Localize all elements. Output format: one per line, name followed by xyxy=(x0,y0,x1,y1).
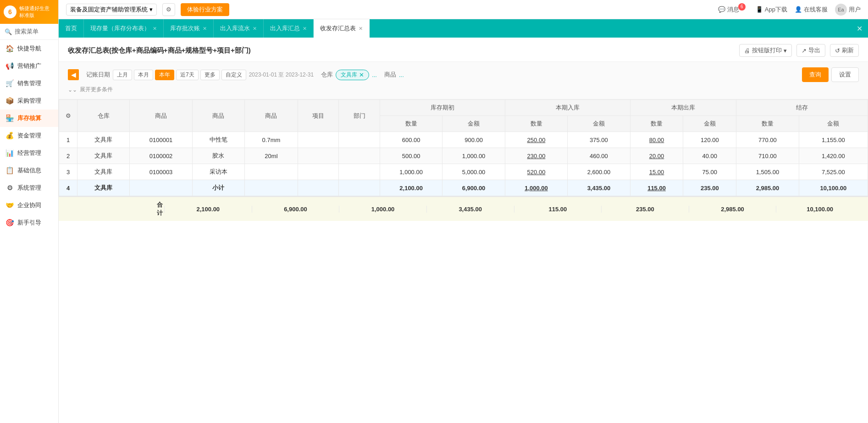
filter-collapse-button[interactable]: ◀ xyxy=(68,69,79,80)
sidebar-item-operation[interactable]: 📊 经营管理 xyxy=(0,144,58,162)
cell-opening-qty: 1,000.00 xyxy=(380,164,442,180)
finance-icon: 💰 xyxy=(6,132,14,140)
sidebar-item-purchase[interactable]: 📦 采购管理 xyxy=(0,92,58,110)
tab-home[interactable]: 首页 xyxy=(59,19,84,38)
refresh-button[interactable]: ↺ 刷新 xyxy=(830,44,859,57)
home-icon: 🏠 xyxy=(6,44,14,53)
cell-name: 中性笔 xyxy=(192,132,244,148)
date-btn-more[interactable]: 更多 xyxy=(200,70,220,80)
cell-in-qty-link[interactable]: 250.00 xyxy=(527,137,546,143)
date-btn-last-month[interactable]: 上月 xyxy=(113,70,132,80)
tab-batch[interactable]: 库存批次账 ✕ xyxy=(164,19,214,38)
online-service-button[interactable]: 👤 在线客服 xyxy=(795,5,828,14)
purchase-icon: 📦 xyxy=(6,97,14,105)
system-icon: ⚙ xyxy=(6,184,14,192)
cell-in-qty: 520.00 xyxy=(505,164,567,180)
col-in-group: 本期入库 xyxy=(505,100,630,116)
app-download-button[interactable]: 📱 App下载 xyxy=(756,5,787,14)
tab-close-inout-summary[interactable]: ✕ xyxy=(303,26,307,32)
sidebar-item-inventory[interactable]: 🏪 库存核算 xyxy=(0,110,58,127)
cell-in-qty-link[interactable]: 1,000.00 xyxy=(525,185,548,192)
cell-in-amt: 460.00 xyxy=(568,148,630,164)
search-icon: 🔍 xyxy=(5,28,12,35)
avatar: Ea xyxy=(835,4,847,16)
tab-inout-summary[interactable]: 出入库汇总 ✕ xyxy=(264,19,314,38)
date-btn-this-year[interactable]: 本年 xyxy=(155,70,174,80)
cell-out-qty-link[interactable]: 20.00 xyxy=(649,153,664,159)
col-balance-group: 结存 xyxy=(736,100,868,116)
cell-out-qty-link[interactable]: 115.00 xyxy=(647,185,666,192)
table-container: ⚙ 仓库 商品 商品 商品 项目 部门 库存期初 本期入库 本期出库 结存 xyxy=(59,99,868,196)
warehouse-tag-close[interactable]: ✕ xyxy=(359,71,364,78)
table-settings-header[interactable]: ⚙ xyxy=(59,100,77,132)
cell-opening-amt: 6,900.00 xyxy=(442,180,505,196)
footer-opening-amt: 6,900.00 xyxy=(252,206,339,213)
table-row: 3文具库0100003采访本1,000.005,000.00520.002,60… xyxy=(59,164,868,180)
cell-out-qty-link[interactable]: 80.00 xyxy=(649,137,664,143)
export-button[interactable]: ↗ 导出 xyxy=(796,44,825,57)
tab-close-batch[interactable]: ✕ xyxy=(203,26,207,32)
query-button[interactable]: 查询 xyxy=(802,67,829,82)
cell-out-amt: 120.00 xyxy=(683,132,736,148)
header-right: 💬 消息 6 📱 App下载 👤 在线客服 Ea 用户 xyxy=(718,4,861,16)
tab-close-inout-flow[interactable]: ✕ xyxy=(253,26,257,32)
user-menu[interactable]: Ea 用户 xyxy=(835,4,861,16)
sidebar-item-newbie[interactable]: 🎯 新手引导 xyxy=(0,214,58,231)
marketing-icon: 📢 xyxy=(6,62,14,70)
cell-project xyxy=(298,132,339,148)
sidebar-item-marketing[interactable]: 📢 营销推广 xyxy=(0,57,58,75)
tab-stock-dist[interactable]: 现存量（库存分布表） ✕ xyxy=(84,19,164,38)
chevron-down-icon: ▾ xyxy=(784,47,787,54)
cell-project xyxy=(298,164,339,180)
cell-out-amt: 235.00 xyxy=(683,180,736,196)
message-button[interactable]: 💬 消息 6 xyxy=(718,5,748,14)
cell-in-qty: 1,000.00 xyxy=(505,180,567,196)
tab-inout-flow[interactable]: 出入库流水 ✕ xyxy=(214,19,264,38)
tab-bar-close-all[interactable]: ✕ xyxy=(851,24,868,33)
sidebar-item-system[interactable]: ⚙ 系统管理 xyxy=(0,179,58,197)
cell-in-qty-link[interactable]: 520.00 xyxy=(527,169,546,176)
cell-opening-amt: 900.00 xyxy=(442,132,505,148)
content-area: 收发存汇总表(按仓库+商品编码+商品+规格型号+项目+部门) 🖨 按钮版打印 ▾… xyxy=(59,38,868,423)
cell-opening-amt: 1,000.00 xyxy=(442,148,505,164)
footer-values: 2,100.00 6,900.00 1,000.00 3,435.00 115.… xyxy=(164,206,863,213)
date-btn-custom[interactable]: 自定义 xyxy=(221,70,246,80)
footer-in-qty: 1,000.00 xyxy=(339,206,426,213)
settings-button[interactable]: ⚙ xyxy=(162,3,175,16)
warehouse-filter-group: 仓库 文具库 ✕ ... xyxy=(321,70,377,80)
cell-opening-qty: 500.00 xyxy=(380,148,442,164)
cell-code: 0100002 xyxy=(130,148,192,164)
date-btn-this-month[interactable]: 本月 xyxy=(134,70,153,80)
sidebar-search[interactable]: 🔍 搜索菜单 xyxy=(0,24,58,40)
cell-warehouse: 文具库 xyxy=(77,132,130,148)
print-button[interactable]: 🖨 按钮版打印 ▾ xyxy=(739,44,792,57)
table-row: 4文具库小计2,100.006,900.001,000.003,435.0011… xyxy=(59,180,868,196)
trial-button[interactable]: 体验行业方案 xyxy=(181,3,229,16)
tab-collect-summary[interactable]: 收发存汇总表 ✕ xyxy=(314,19,370,38)
col-in-amt: 金额 xyxy=(568,116,630,132)
expand-more-row[interactable]: ⌄⌄ 展开更多条件 xyxy=(68,86,859,93)
setting-button[interactable]: 设置 xyxy=(831,67,859,82)
goods-more-btn[interactable]: ... xyxy=(399,71,404,78)
page-container: 收发存汇总表(按仓库+商品编码+商品+规格型号+项目+部门) 🖨 按钮版打印 ▾… xyxy=(59,38,868,221)
date-btn-7days[interactable]: 近7天 xyxy=(176,70,199,80)
tab-close-stock-dist[interactable]: ✕ xyxy=(153,26,157,32)
main-area: 装备及固定资产辅助管理系统 ▾ ⚙ 体验行业方案 💬 消息 6 📱 App下载 … xyxy=(59,0,868,423)
page-actions: 🖨 按钮版打印 ▾ ↗ 导出 ↺ 刷新 xyxy=(739,44,859,57)
chevron-down-icon: ▾ xyxy=(149,6,153,13)
sidebar-item-sales[interactable]: 🛒 销售管理 xyxy=(0,75,58,92)
sidebar-item-basic[interactable]: 📋 基础信息 xyxy=(0,162,58,179)
col-out-amt: 金额 xyxy=(683,116,736,132)
cell-index: 2 xyxy=(59,148,77,164)
tab-close-collect-summary[interactable]: ✕ xyxy=(359,26,363,32)
col-out-qty: 数量 xyxy=(630,116,683,132)
expand-label: 展开更多条件 xyxy=(80,86,113,93)
cell-out-qty-link[interactable]: 15.00 xyxy=(649,169,664,176)
sidebar-item-quick-nav[interactable]: 🏠 快捷导航 xyxy=(0,40,58,57)
cell-in-qty-link[interactable]: 230.00 xyxy=(527,153,546,159)
warehouse-more-btn[interactable]: ... xyxy=(372,71,377,78)
sidebar-item-enterprise[interactable]: 🤝 企业协同 xyxy=(0,197,58,214)
cell-in-amt: 3,435.00 xyxy=(568,180,630,196)
sidebar-item-finance[interactable]: 💰 资金管理 xyxy=(0,127,58,144)
system-select[interactable]: 装备及固定资产辅助管理系统 ▾ xyxy=(66,4,157,16)
